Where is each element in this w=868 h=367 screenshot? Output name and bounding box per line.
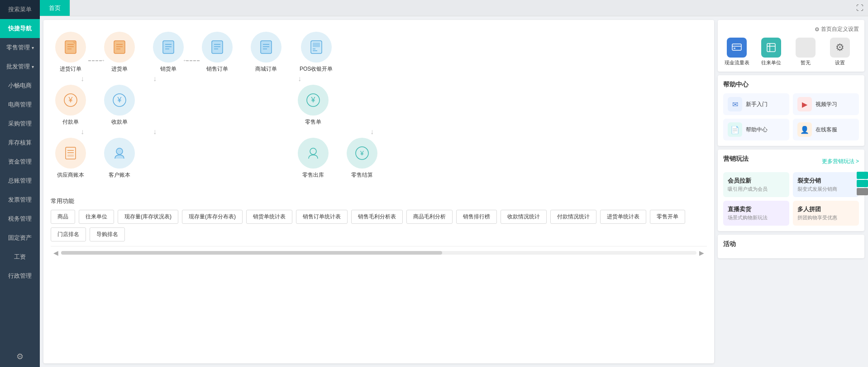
- help-item-newbie[interactable]: ✉ 新手入门: [723, 93, 789, 115]
- flow-node-retail-settle[interactable]: ¥ 零售结算: [347, 138, 377, 179]
- flow-node-purchase[interactable]: 进货单: [104, 32, 135, 73]
- svg-rect-33: [67, 155, 74, 157]
- func-btn-guide-rank[interactable]: 导购排名: [90, 227, 125, 241]
- v-arrow-retail-bill: ↓: [345, 126, 399, 138]
- pos-label: POS收银开单: [300, 65, 333, 73]
- sidebar-item-assets[interactable]: 固定资产: [0, 228, 40, 247]
- scroll-left-btn[interactable]: ◀: [51, 248, 61, 257]
- marketing-item-member[interactable]: 会员拉新 吸引用户成为会员: [723, 172, 789, 197]
- sidebar-item-admin[interactable]: 行政管理: [0, 266, 40, 285]
- func-btn-purchase-stat[interactable]: 进货单统计表: [600, 210, 646, 224]
- func-btn-stock2[interactable]: 现存量(库存分布表): [182, 210, 243, 224]
- help-title: 帮助中心: [723, 81, 859, 89]
- func-btn-gross-profit[interactable]: 销售毛利分析表: [351, 210, 403, 224]
- flow-node-receipt[interactable]: ¥ 收款单: [104, 85, 135, 126]
- svg-text:¥: ¥: [311, 96, 315, 104]
- svg-rect-30: [66, 147, 76, 159]
- tab-home[interactable]: 首页: [40, 0, 70, 16]
- scroll-track[interactable]: [61, 251, 696, 255]
- expand-button[interactable]: ⛶: [852, 0, 868, 16]
- sidebar-item-retail[interactable]: 零售管理▾: [0, 38, 40, 57]
- flow-node-retail-out[interactable]: 零售出库: [298, 138, 329, 179]
- svg-rect-21: [313, 43, 320, 47]
- help-item-video[interactable]: ▶ 视频学习: [793, 93, 859, 115]
- marketing-item-live[interactable]: 直播卖货 场景式购物新玩法: [723, 201, 789, 226]
- flow-node-retail-bill[interactable]: ¥ 零售单: [298, 85, 329, 126]
- float-btn-service[interactable]: 客服热线: [857, 172, 868, 179]
- flow-node-mall-order[interactable]: 商城订单: [251, 32, 281, 73]
- side-float-buttons: 客服热线 服务社区 桌面快捷: [857, 172, 868, 195]
- func-btn-product[interactable]: 商品: [51, 210, 75, 224]
- sidebar-item-wholesale[interactable]: 批发管理▾: [0, 57, 40, 76]
- sale-order-label: 销售订单: [206, 65, 228, 73]
- flow-node-sale-order[interactable]: 销售订单: [202, 32, 233, 73]
- marketing-title: 营销玩法: [723, 155, 749, 163]
- func-btn-saleorder-stat[interactable]: 销售订单统计表: [296, 210, 348, 224]
- online-service-icon: 👤: [797, 122, 812, 137]
- sidebar-item-purchase[interactable]: 采购管理: [0, 114, 40, 133]
- sales-icon: [153, 32, 184, 63]
- cashflow-icon: [727, 38, 747, 58]
- customize-button[interactable]: ⚙ 首页自定义设置: [815, 25, 859, 33]
- sidebar-item-ledger[interactable]: 总账管理: [0, 171, 40, 190]
- func-btn-sales-rank[interactable]: 销售排行榜: [456, 210, 497, 224]
- sidebar-item-ecommerce-small[interactable]: 小畅电商: [0, 76, 40, 95]
- help-item-help-center[interactable]: 📄 帮助中心: [723, 119, 789, 140]
- sidebar-nav-highlight[interactable]: 快捷导航: [0, 19, 40, 38]
- func-btn-retail-order[interactable]: 零售开单: [650, 210, 685, 224]
- svg-point-35: [310, 148, 316, 155]
- sidebar-item-finance[interactable]: 资金管理: [0, 152, 40, 171]
- float-btn-desktop[interactable]: 桌面快捷: [857, 188, 868, 195]
- v-arrow-purchase: ↓: [55, 73, 110, 85]
- marketing-section: 营销玩法 更多营销玩法 > 会员拉新 吸引用户成为会员 裂变分销 裂变式发展分销…: [718, 150, 864, 231]
- func-btn-stock1[interactable]: 现存量(库存状况表): [118, 210, 178, 224]
- func-btn-payment-stat[interactable]: 付款情况统计: [550, 210, 596, 224]
- svg-point-34: [116, 148, 123, 155]
- common-functions-title: 常用功能: [51, 197, 707, 205]
- payment-icon: ¥: [55, 85, 86, 116]
- sidebar-item-tax[interactable]: 税务管理: [0, 209, 40, 228]
- flow-node-supplier-account[interactable]: 供应商账本: [55, 138, 86, 179]
- settings-icon[interactable]: ⚙: [0, 346, 40, 367]
- tab-bar: 首页 ⛶: [40, 0, 868, 16]
- marketing-header: 营销玩法 更多营销玩法 >: [723, 155, 859, 168]
- arrow-icon: ▾: [32, 64, 34, 69]
- func-btn-sales-stat[interactable]: 销货单统计表: [246, 210, 292, 224]
- quick-nav-icons: 现金流量表 往来单位 暂无 ⚙: [723, 38, 859, 66]
- purchase-icon: [104, 32, 135, 63]
- sidebar-item-ecommerce-mgmt[interactable]: 电商管理: [0, 95, 40, 114]
- scroll-right-btn[interactable]: ▶: [696, 248, 707, 257]
- scroll-thumb: [61, 251, 442, 255]
- quick-icon-settings[interactable]: ⚙ 设置: [826, 38, 854, 66]
- sidebar-search[interactable]: 搜索菜单: [0, 0, 40, 19]
- v-arrow-receipt: ↓: [128, 126, 182, 138]
- purchase-order-icon: [55, 32, 86, 63]
- quick-icon-partner[interactable]: 往来单位: [758, 38, 785, 66]
- marketing-item-fission[interactable]: 裂变分销 裂变式发展分销商: [793, 172, 859, 197]
- flow-node-purchase-order[interactable]: 进货订单: [55, 32, 86, 73]
- svg-rect-41: [767, 43, 775, 52]
- func-btn-receipt-stat[interactable]: 收款情况统计: [501, 210, 547, 224]
- none-icon: [796, 38, 816, 58]
- float-btn-community[interactable]: 服务社区: [857, 180, 868, 187]
- flow-node-customer-account[interactable]: 客户账本: [104, 138, 135, 179]
- flow-node-pos[interactable]: POS收银开单: [300, 32, 333, 73]
- activity-section: 活动: [718, 235, 864, 258]
- quick-icon-none[interactable]: 暂无: [792, 38, 819, 66]
- sidebar-item-payroll[interactable]: 工资: [0, 247, 40, 266]
- pos-icon: [301, 32, 332, 63]
- func-btn-partner[interactable]: 往来单位: [79, 210, 114, 224]
- func-btn-store-rank[interactable]: 门店排名: [51, 227, 86, 241]
- more-marketing-link[interactable]: 更多营销玩法 >: [822, 158, 859, 165]
- flow-node-payment[interactable]: ¥ 付款单: [55, 85, 86, 126]
- marketing-item-group[interactable]: 多人拼团 拼团购物享受优惠: [793, 201, 859, 226]
- settings-icon: ⚙: [830, 38, 850, 58]
- sidebar-item-inventory[interactable]: 库存核算: [0, 133, 40, 152]
- sidebar-item-invoice[interactable]: 发票管理: [0, 190, 40, 209]
- partner-icon: [761, 38, 781, 58]
- help-item-online-service[interactable]: 👤 在线客服: [793, 119, 859, 140]
- flow-node-sales[interactable]: 销货单: [153, 32, 184, 73]
- func-btn-product-profit[interactable]: 商品毛利分析: [406, 210, 453, 224]
- mall-order-label: 商城订单: [255, 65, 277, 73]
- quick-icon-cashflow[interactable]: 现金流量表: [723, 38, 750, 66]
